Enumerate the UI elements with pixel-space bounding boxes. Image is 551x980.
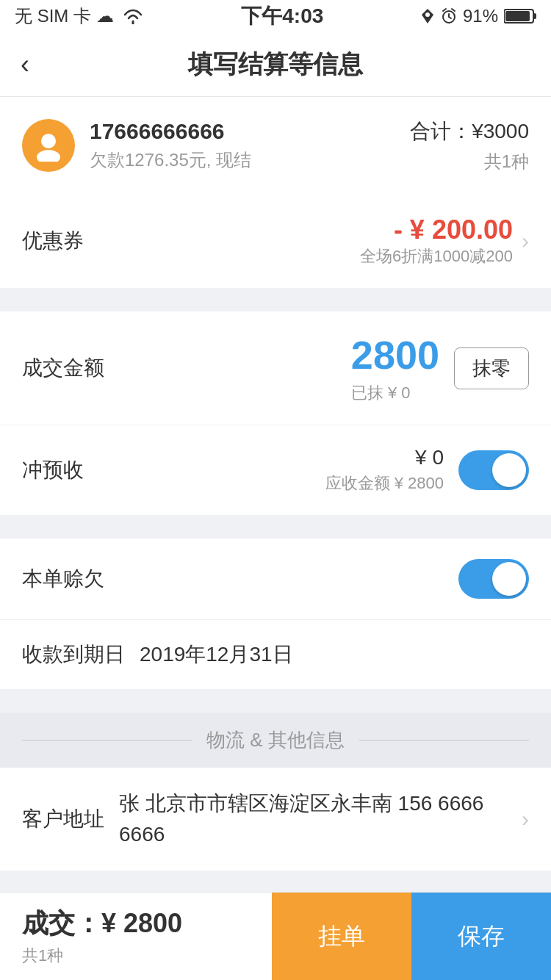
divider-3 xyxy=(0,701,551,713)
alarm-icon xyxy=(441,7,457,25)
prepay-sub: 应收金额 ¥ 2800 xyxy=(325,472,444,494)
prepay-label: 冲预收 xyxy=(22,456,84,484)
user-row: 17666666666 欠款1276.35元, 现结 合计：¥3000 共1种 xyxy=(0,97,551,194)
amount-label: 成交金额 xyxy=(22,354,104,382)
user-right: 合计：¥3000 共1种 xyxy=(410,118,529,173)
address-card: 客户地址 张 北京市市辖区海淀区永丰南 156 6666 6666 › xyxy=(0,768,551,871)
amount-right: 2800 已抹 ¥ 0 抹零 xyxy=(351,332,529,404)
bottom-summary: 成交：¥ 2800 共1种 xyxy=(0,906,272,967)
coupon-row[interactable]: 优惠券 - ¥ 200.00 全场6折满1000减200 › xyxy=(0,194,551,288)
nav-bar: ‹ 填写结算等信息 xyxy=(0,32,551,97)
prepay-value-block: ¥ 0 应收金额 ¥ 2800 xyxy=(325,446,444,494)
prepay-right: ¥ 0 应收金额 ¥ 2800 xyxy=(325,446,529,494)
round-button[interactable]: 抹零 xyxy=(454,347,529,389)
logistics-text: 物流 & 其他信息 xyxy=(206,727,345,753)
prepay-toggle[interactable] xyxy=(458,450,529,490)
status-right: 91% xyxy=(420,6,536,26)
user-sub: 欠款1276.35元, 现结 xyxy=(90,148,251,172)
user-info-card: 17666666666 欠款1276.35元, 现结 合计：¥3000 共1种 … xyxy=(0,97,551,288)
svg-rect-3 xyxy=(533,13,536,19)
prepay-row: 冲预收 ¥ 0 应收金额 ¥ 2800 xyxy=(0,425,551,515)
back-button[interactable]: ‹ xyxy=(21,49,29,80)
bottom-count: 共1种 xyxy=(22,945,250,967)
arrears-toggle[interactable] xyxy=(458,559,529,599)
arrears-row: 本单赊欠 xyxy=(0,538,551,619)
status-left: 无 SIM 卡 ☁ xyxy=(15,4,145,28)
amount-number: 2800 xyxy=(351,332,439,378)
status-bar: 无 SIM 卡 ☁ 下午4:03 91% xyxy=(0,0,551,32)
divider-1 xyxy=(0,300,551,311)
deal-value: ¥ 2800 xyxy=(101,908,182,938)
battery-percent: 91% xyxy=(463,6,498,26)
hang-button[interactable]: 挂单 xyxy=(272,893,411,981)
date-row: 收款到期日 2019年12月31日 xyxy=(0,619,551,689)
date-value: 2019年12月31日 xyxy=(140,641,293,669)
coupon-chevron-icon: › xyxy=(522,228,529,253)
sim-label: 无 SIM 卡 ☁ xyxy=(15,4,114,28)
arrears-label: 本单赊欠 xyxy=(22,565,104,593)
arrears-card: 本单赊欠 收款到期日 2019年12月31日 xyxy=(0,538,551,689)
bottom-bar: 成交：¥ 2800 共1种 挂单 保存 xyxy=(0,892,551,980)
amount-card: 成交金额 2800 已抹 ¥ 0 抹零 冲预收 ¥ 0 应收金额 ¥ 2800 xyxy=(0,311,551,515)
svg-rect-4 xyxy=(505,11,530,21)
location-icon xyxy=(420,7,435,25)
deal-label: 成交： xyxy=(22,908,101,938)
user-info: 17666666666 欠款1276.35元, 现结 xyxy=(90,119,251,172)
battery-icon xyxy=(504,8,536,24)
coupon-label: 优惠券 xyxy=(22,227,84,255)
status-time: 下午4:03 xyxy=(241,2,323,30)
amount-sub: 已抹 ¥ 0 xyxy=(351,382,439,404)
address-chevron-icon: › xyxy=(522,807,529,832)
avatar-icon xyxy=(32,129,65,162)
wifi-icon xyxy=(121,8,145,24)
divider-2 xyxy=(0,527,551,538)
coupon-right: - ¥ 200.00 全场6折满1000减200 › xyxy=(360,215,529,267)
amount-row: 成交金额 2800 已抹 ¥ 0 抹零 xyxy=(0,311,551,425)
user-left: 17666666666 欠款1276.35元, 现结 xyxy=(22,119,251,172)
logistics-divider: 物流 & 其他信息 xyxy=(0,713,551,768)
page-title: 填写结算等信息 xyxy=(188,48,363,82)
coupon-amount: - ¥ 200.00 xyxy=(360,215,513,245)
total-label: 合计： xyxy=(410,120,472,143)
divider-line-right xyxy=(359,740,529,741)
user-count: 共1种 xyxy=(410,150,529,173)
user-phone: 17666666666 xyxy=(90,119,251,144)
address-value: 张 北京市市辖区海淀区永丰南 156 6666 6666 xyxy=(119,788,522,850)
avatar xyxy=(22,119,75,172)
prepay-value: ¥ 0 xyxy=(325,446,444,469)
coupon-desc: 全场6折满1000减200 xyxy=(360,245,513,267)
bottom-deal: 成交：¥ 2800 xyxy=(22,906,250,942)
divider-line-left xyxy=(22,740,192,741)
total-value: ¥3000 xyxy=(472,120,529,143)
address-right: › xyxy=(522,807,529,832)
svg-point-5 xyxy=(41,134,56,148)
date-label: 收款到期日 xyxy=(22,641,125,669)
address-row[interactable]: 客户地址 张 北京市市辖区海淀区永丰南 156 6666 6666 › xyxy=(0,768,551,871)
svg-point-0 xyxy=(425,12,430,17)
user-total: 合计：¥3000 xyxy=(410,118,529,145)
save-button[interactable]: 保存 xyxy=(411,893,551,981)
address-label: 客户地址 xyxy=(22,805,104,833)
svg-point-6 xyxy=(37,150,60,162)
